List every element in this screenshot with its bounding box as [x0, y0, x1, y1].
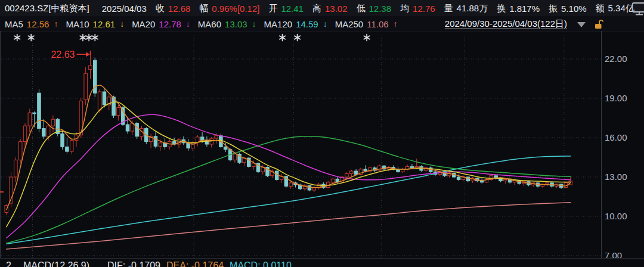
indicator-bar: 2 MACD(12,26,9) DIF: -0.1709 DEA: -0.176… [0, 258, 644, 267]
quote-field-value: 12.68 [168, 4, 191, 14]
ma-value: 12.61 [93, 19, 116, 29]
quote-field: 量41.88万 [444, 3, 488, 14]
price-axis-label: 16.00 [605, 132, 627, 142]
indicator-name[interactable]: MACD(12,26,9) [23, 260, 89, 267]
pane-number[interactable]: 2 [6, 260, 11, 267]
unlock-icon[interactable] [595, 19, 603, 29]
ma-legend-item[interactable]: MA12014.59↓ [264, 19, 327, 29]
quote-field-label: 低 [357, 3, 366, 14]
chevron-down-icon[interactable] [577, 22, 586, 27]
price-axis-label: 22.00 [605, 54, 627, 64]
ma-label: MA120 [264, 19, 293, 29]
ma-value: 12.56 [27, 19, 49, 29]
quote-field-label: 开 [268, 3, 277, 14]
price-axis-label: 19.00 [605, 93, 627, 103]
date-range-link[interactable]: 2024/09/30-2025/04/03(122日) [445, 18, 567, 30]
quote-field: 均12.76 [400, 3, 435, 14]
arrow-down-icon: ↓ [323, 19, 327, 29]
quote-field-label: 量 [444, 3, 453, 14]
ma-label: MA20 [132, 19, 155, 29]
quote-fields: 收12.68幅0.96%[0.12]开12.41高13.02低12.38均12.… [156, 3, 634, 14]
quote-field-label: 收 [156, 3, 165, 14]
arrow-down-icon: ↓ [186, 19, 190, 29]
quote-field: 低12.38 [357, 3, 392, 14]
quote-field-label: 高 [312, 3, 321, 14]
quote-field-value: 5.10% [561, 4, 587, 14]
price-axis-label: 13.00 [605, 172, 627, 182]
quote-field: 收12.68 [156, 3, 191, 14]
quote-field-label: 额 [596, 3, 605, 14]
quote-field-value: 12.38 [369, 4, 392, 14]
quote-field-value: 5.34亿 [608, 3, 634, 14]
ma-value: 12.78 [159, 19, 181, 29]
arrow-up-icon: ↑ [394, 19, 398, 29]
ma-value: 13.03 [225, 19, 247, 29]
price-axis-label: 10.00 [605, 211, 627, 221]
ma-legend-item[interactable]: MA6013.03↓ [198, 19, 256, 29]
ma-legend-item[interactable]: MA512.56↑ [5, 19, 58, 29]
ma-label: MA250 [335, 19, 364, 29]
stock-info-bar: 002423.SZ[中粮资本] 2025/04/03 收12.68幅0.96%[… [0, 0, 644, 16]
arrow-down-icon: ↓ [120, 19, 124, 29]
quote-field-value: 41.88万 [457, 3, 488, 14]
dea-value: DEA: -0.1764 [166, 260, 224, 267]
peak-price-annotation: 22.63 [51, 49, 75, 60]
quote-field-value: 12.41 [281, 4, 304, 14]
quote-field-value: 0.96%[0.12] [212, 4, 259, 14]
quote-field-label: 振 [549, 3, 558, 14]
quote-field-value: 1.817% [509, 4, 540, 14]
quote-field: 额5.34亿 [596, 3, 634, 14]
quote-field-value: 13.02 [325, 4, 348, 14]
ma-legend-items: MA512.56↑MA1012.61↓MA2012.78↓MA6013.03↓M… [5, 19, 398, 29]
quote-field: 开12.41 [268, 3, 304, 14]
ma-label: MA10 [66, 19, 89, 29]
ma-label: MA60 [198, 19, 221, 29]
stock-symbol[interactable]: 002423.SZ[中粮资本] [5, 3, 89, 14]
price-axis: 22.0019.0016.0013.0010.007.00 [603, 31, 644, 258]
quote-field-label: 换 [497, 3, 506, 14]
ma-value: 11.06 [367, 19, 388, 29]
trade-date: 2025/04/03 [102, 4, 147, 14]
ma-legend-bar: MA512.56↑MA1012.61↓MA2012.78↓MA6013.03↓M… [0, 16, 644, 32]
ma-legend-item[interactable]: MA1012.61↓ [66, 19, 124, 29]
arrow-up-icon: ↑ [54, 19, 58, 29]
kline-chart[interactable]: 22.63 [0, 31, 602, 258]
quote-field-label: 均 [400, 3, 409, 14]
ma-legend-item[interactable]: MA25011.06↑ [335, 19, 398, 29]
quote-field: 幅0.96%[0.12] [199, 3, 259, 14]
ma-legend-item[interactable]: MA2012.78↓ [132, 19, 190, 29]
ma-label: MA5 [5, 19, 23, 29]
quote-field: 振5.10% [549, 3, 587, 14]
quote-field-label: 幅 [199, 3, 208, 14]
quote-field-value: 12.76 [413, 4, 435, 14]
macd-value: MACD: 0.0110 [230, 260, 292, 267]
quote-field: 换1.817% [497, 3, 540, 14]
ma-value: 14.59 [296, 19, 318, 29]
quote-field: 高13.02 [312, 3, 348, 14]
arrow-down-icon: ↓ [252, 19, 256, 29]
monitor-icon[interactable] [631, 2, 644, 16]
dif-value: DIF: -0.1709 [107, 260, 160, 267]
